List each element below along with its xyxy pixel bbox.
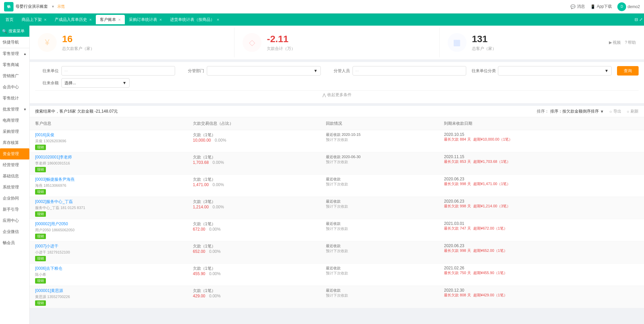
customer-name-6[interactable]: [0006]去下粮仓 [35,266,182,271]
customer-contact-2: 海燕 18513066976 [35,183,182,188]
filter-input-person[interactable]: ··· [353,66,466,76]
due-date-3: 2020.06.23 [444,199,639,204]
overdue-amount-5[interactable]: 超期¥652.00（1笔） [473,248,507,253]
stat-info-debt: 16 总欠款客户（家） [62,34,94,52]
sidebar-item-retail-mall[interactable]: 零售商城 [0,59,29,70]
next-collect-7: 预计下次收款 [326,293,433,298]
table-summary: 搜索结果中，客户16家 欠款金额 -21,148.07元 [35,109,118,114]
cell-customer-1: [0001020001]李老师 李老师 18600391516 现销 [30,152,188,175]
sidebar-item-member[interactable]: 会员中心 [0,82,29,93]
sidebar-item-marketing[interactable]: 营销推广 [0,70,29,82]
app-download-icon: 📱 [590,4,595,9]
overdue-amount-1[interactable]: 超期¥1,703.68（1笔） [473,159,510,164]
user-area[interactable]: D demo2 [617,2,640,11]
overdue-amount-3[interactable]: 超期¥1,214.00（3笔） [473,204,510,208]
message-icon: 💬 [570,4,576,9]
overdue-amount-7[interactable]: 超期¥429.00（1笔） [473,293,507,297]
customer-name-5[interactable]: [0007]小进干 [35,243,182,249]
collapse-btn[interactable]: ⋀ 收起更多条件 [323,92,352,98]
next-collect-4: 预计下次收款 [326,226,433,231]
recent-collect-7: 最近收款 [326,288,433,293]
sidebar-toggle[interactable]: 示范 [57,4,65,9]
next-collect-0: 预计下次收款 [326,137,433,142]
overdue-info-6: 最长欠款 750 天 超期¥455.90（1笔） [444,270,639,275]
tab-shp[interactable]: 商品上下架 ✕ [18,15,51,24]
overdue-amount-4[interactable]: 超期¥672.00（1笔） [473,226,507,230]
filter-select-dept[interactable]: ▼ [207,66,320,76]
sidebar-item-operation[interactable]: 经营管理 [0,159,29,171]
sidebar-item-vip[interactable]: 畅会员 [0,237,29,248]
sidebar-search[interactable]: 🔍 搜索菜单 [0,26,29,37]
tab-expand-icon[interactable]: ⤢ [639,17,643,22]
message-btn[interactable]: 💬 消息 [570,4,585,9]
sidebar-item-system[interactable]: 系统管理 [0,182,29,193]
sidebar-item-appcenter[interactable]: 应用中心 [0,215,29,226]
stat-card-customers: ▦ 131 总客户（家） ▶ 视频 ? 帮助 [440,28,644,57]
overdue-amount-6[interactable]: 超期¥455.90（1笔） [473,271,507,275]
debt-amount-row-2: 1,471.00 0.00% [193,182,315,187]
customer-name-1[interactable]: [0001020001]李老师 [35,154,182,160]
tab-jh-close[interactable]: ✕ [217,18,219,22]
cell-due-0: 2020.10.15 最长欠款 884 天 超期¥10,000.00（1笔） [439,130,644,152]
tab-shp-close[interactable]: ✕ [44,18,47,22]
customer-name-3[interactable]: [0002]服务中心_丁磊 [35,199,182,205]
sort-value: 排序：按欠款金额倒序排序 [550,109,599,114]
content-area: ¥ 16 总欠款客户（家） ◇ -2.11 欠款合计（万） ▦ 131 总客户（… [30,26,644,324]
filter-select-category[interactable]: ▼ [498,66,612,76]
tab-jh[interactable]: 进货单统计表（按商品） ✕ [166,15,223,24]
cell-due-1: 2020.11.15 最长欠款 853 天 超期¥1,703.68（1笔） [439,152,644,175]
customer-tag-2: 现销 [35,189,46,195]
tab-kh[interactable]: 客户账本 ✕ [96,15,125,24]
export-btn[interactable]: ○ 导出 [610,109,621,114]
customer-name-2[interactable]: [0003]畅捷服务尹海燕 [35,177,182,182]
cell-collect-3: 最近收款 预计下次收款 [320,197,439,219]
next-collect-5: 预计下次收款 [326,248,433,254]
filter-select-balance[interactable]: 选择... ▼ [61,78,130,88]
stat-action-help[interactable]: ? 帮助 [625,40,636,46]
filter-input-vendor[interactable]: ··· [61,66,175,76]
tab-crk[interactable]: 产成品入库单历史 ✕ [51,15,96,24]
sort-select[interactable]: 排序： 排序：按欠款金额倒序排序 ▼ [537,109,604,114]
sidebar-item-retail-mgmt[interactable]: 零售管理 ▲ [0,48,29,59]
sidebar-item-purchase[interactable]: 采购管理 [0,126,29,137]
company-dropdown-arrow[interactable]: ▼ [51,5,55,8]
refresh-btn[interactable]: ○ 刷新 [627,109,639,114]
sidebar-item-wholesale[interactable]: 批发管理 ▼ [0,104,29,115]
due-date-4: 2021.03.01 [444,221,639,226]
overdue-amount-2[interactable]: 超期¥1,471.00（1笔） [473,182,510,186]
sort-arrow: ▼ [600,109,604,114]
customer-name-0[interactable]: [0016]吴俊 [35,132,182,138]
overdue-days-0: 最长欠款 884 天 [444,137,471,141]
sidebar-item-member-label: 会员中心 [3,84,19,90]
main-layout: 🔍 搜索菜单 快捷导航 零售管理 ▲ 零售商城 营销推广 会员中心 零售统计 批… [0,26,644,324]
logo-area: 畅 母婴行业演示账套 ▼ [4,2,55,11]
tab-minimize-icon[interactable]: ⊟ [635,17,638,22]
stat-action-video[interactable]: ▶ 视频 [609,40,621,46]
cell-collect-4: 最近收款 预计下次收款 [320,219,439,241]
sidebar-item-wechat[interactable]: 企业微信 [0,226,29,237]
stat-number-customers: 131 [472,34,496,45]
debt-count-4: 欠款（1笔） [193,221,315,227]
sidebar-item-newguide[interactable]: 新手引导 [0,204,29,215]
tab-cgdd-close[interactable]: ✕ [159,18,162,22]
sidebar-item-quicknav[interactable]: 快捷导航 [0,37,29,48]
due-date-6: 2021.02.26 [444,266,639,270]
search-button[interactable]: 查询 [617,66,639,76]
tab-crk-close[interactable]: ✕ [89,18,92,22]
sidebar-item-basic[interactable]: 基础信息 [0,171,29,182]
customer-name-7[interactable]: [000001]黄思源 [35,288,182,294]
tab-bar: 首页 商品上下架 ✕ 产成品入库单历史 ✕ 客户账本 ✕ 采购订单统计表 ✕ 进… [0,13,644,26]
sidebar-item-collab[interactable]: 企业协同 [0,193,29,204]
tab-cgdd[interactable]: 采购订单统计表 ✕ [125,15,166,24]
app-download-btn[interactable]: 📱 App下载 [590,4,612,9]
filter-item-person: 分管人员 ··· [326,66,466,76]
sidebar-item-finance[interactable]: 资金管理 [0,148,29,159]
overdue-amount-0[interactable]: 超期¥10,000.00（1笔） [473,137,512,141]
tab-home[interactable]: 首页 [1,15,18,24]
sidebar-item-ecommerce[interactable]: 电商管理 [0,115,29,126]
table-area: 搜索结果中，客户16家 欠款金额 -21,148.07元 排序： 排序：按欠款金… [30,106,644,308]
sidebar-item-inventory[interactable]: 库存核算 [0,137,29,148]
customer-name-4[interactable]: [000002]用户2050 [35,221,182,227]
tab-kh-close[interactable]: ✕ [118,18,121,22]
sidebar-item-retail-stats[interactable]: 零售统计 [0,93,29,104]
